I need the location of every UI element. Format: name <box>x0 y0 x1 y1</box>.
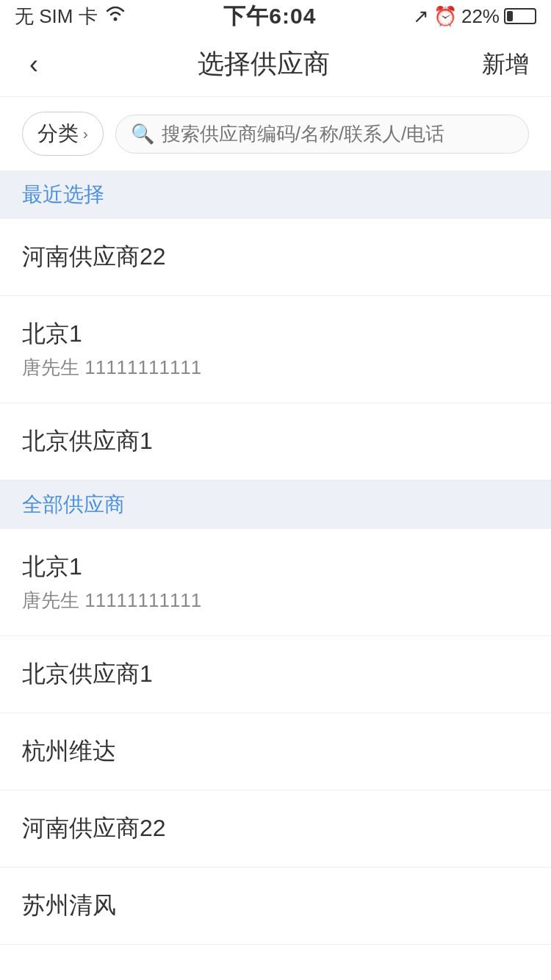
status-bar: 无 SIM 卡 下午6:04 ↗ ⏰ 22% <box>0 0 551 32</box>
status-left: 无 SIM 卡 <box>15 4 127 29</box>
all-section-label: 全部供应商 <box>22 493 125 516</box>
wifi-icon <box>104 5 127 28</box>
no-sim-label: 无 SIM 卡 <box>15 4 98 29</box>
item-name: 河南供应商22 <box>22 241 529 273</box>
item-detail: 唐先生 11111111111 <box>22 588 529 613</box>
list-item[interactable]: 北京1唐先生 11111111111 <box>0 529 551 636</box>
filter-row: 分类 › 🔍 <box>0 97 551 170</box>
item-name: 北京供应商1 <box>22 658 529 691</box>
item-name: 河南供应商22 <box>22 813 529 845</box>
alarm-icon: ⏰ <box>433 5 457 28</box>
chevron-right-icon: › <box>83 126 88 143</box>
battery-icon <box>504 8 536 24</box>
category-label: 分类 <box>37 120 79 148</box>
item-name: 北京1 <box>22 318 529 350</box>
item-name: 杭州维达 <box>22 735 529 768</box>
recent-section-header: 最近选择 <box>0 170 551 219</box>
page-title: 选择供应商 <box>198 46 330 82</box>
list-item[interactable]: 河南供应商22 <box>0 790 551 868</box>
add-button[interactable]: 新增 <box>482 48 529 81</box>
nav-bar: ‹ 选择供应商 新增 <box>0 32 551 97</box>
list-item[interactable]: 河南供应商22 <box>0 219 551 296</box>
list-item[interactable]: 北京1唐先生 11111111111 <box>0 296 551 403</box>
category-filter[interactable]: 分类 › <box>22 112 104 156</box>
time-display: 下午6:04 <box>223 1 316 32</box>
all-section-header: 全部供应商 <box>0 480 551 529</box>
list-item[interactable]: 北京供应商1 <box>0 636 551 713</box>
recent-section-label: 最近选择 <box>22 183 104 206</box>
item-name: 北京供应商1 <box>22 425 529 458</box>
search-input[interactable] <box>162 123 514 145</box>
location-icon: ↗ <box>413 5 429 28</box>
all-items-list: 北京1唐先生 11111111111北京供应商1杭州维达河南供应商22苏州清风 <box>0 529 551 945</box>
search-icon: 🔍 <box>131 123 154 145</box>
battery-percent: 22% <box>461 5 500 28</box>
svg-point-0 <box>113 17 117 21</box>
item-name: 苏州清风 <box>22 890 529 922</box>
list-item[interactable]: 杭州维达 <box>0 713 551 790</box>
item-detail: 唐先生 11111111111 <box>22 355 529 381</box>
list-item[interactable]: 苏州清风 <box>0 868 551 945</box>
back-button[interactable]: ‹ <box>22 42 46 87</box>
item-name: 北京1 <box>22 551 529 583</box>
recent-items-list: 河南供应商22北京1唐先生 11111111111北京供应商1 <box>0 219 551 480</box>
search-box[interactable]: 🔍 <box>115 115 529 154</box>
status-right: ↗ ⏰ 22% <box>413 5 536 28</box>
list-item[interactable]: 北京供应商1 <box>0 403 551 480</box>
